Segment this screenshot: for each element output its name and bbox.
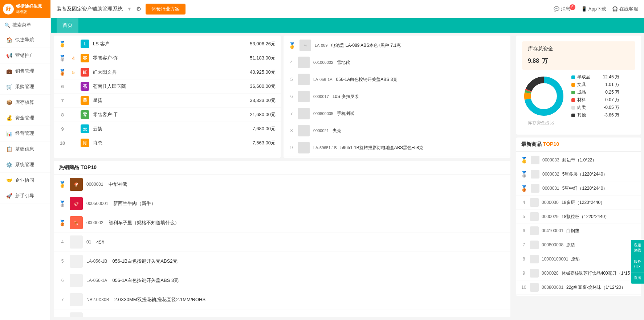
dropdown-arrow-icon[interactable]: ▼ <box>127 6 132 12</box>
rank-number: 10 <box>521 285 527 290</box>
product-img <box>298 125 310 136</box>
search-menu-btn[interactable]: 🔍 搜索菜单 <box>4 22 46 28</box>
sidebar-item-marketing[interactable]: 📢 营销推广 <box>0 48 50 63</box>
product-rank-item: 9 LA-59651-1B 59651-1B旋转投影灯电池盒ABS黑色+58克 <box>284 139 510 156</box>
new-product-item: 4 0000030 18多层（1220*2440） <box>516 196 641 210</box>
sidebar-item-quicknav-label: 快捷导航 <box>15 37 34 43</box>
rank-number: 10 <box>59 140 66 146</box>
medal-icon: 🥇 <box>289 42 296 49</box>
main-content: 🥇 L LS 客户 53,006.26元 🥈 4 零 零售客户-许 51,183… <box>51 33 513 320</box>
product-code: 000800008 <box>542 242 563 247</box>
product-rank-item: 7 000800005 手机测试 <box>284 105 510 122</box>
rank-number: 5 <box>70 70 77 75</box>
inventory-icon: 📦 <box>6 99 12 105</box>
settings-icon[interactable]: ⚙ <box>136 5 141 12</box>
product-code: 0000029 <box>542 214 559 219</box>
sidebar-item-cooperation[interactable]: 🤝 企业协同 <box>0 173 50 188</box>
rank-medal-icon: 🥈 <box>521 171 528 178</box>
sidebar-nav: 🏠 快捷导航 📢 营销推广 💼 销售管理 🛒 采购管理 📦 库存核算 💰 资金管… <box>0 32 50 320</box>
customer-avatar: 云 <box>81 124 89 133</box>
rank-medal-icon: 🥇 <box>521 157 528 164</box>
product-code: 0000028 <box>542 271 559 276</box>
sidebar-search[interactable]: 🔍 搜索菜单 <box>0 18 50 32</box>
customer-name: 零售客户-许 <box>93 55 246 61</box>
legend-dot-finished <box>571 91 575 94</box>
app-download-btn[interactable]: 📱 App下载 <box>581 6 606 12</box>
sidebar-item-quicknav[interactable]: 🏠 快捷导航 <box>0 32 50 48</box>
sidebar-item-guide[interactable]: 🚀 新手引导 <box>0 188 50 204</box>
medal-silver-icon: 🥈 <box>59 55 66 62</box>
rank-number: 5 <box>521 214 527 219</box>
message-label: 消息 <box>561 6 570 12</box>
float-buttons: 客服热线 服务社区 直播 <box>631 240 644 284</box>
new-product-item: 🥇 0000033 封边带（1.0*22） <box>516 153 641 167</box>
topbar-right: 💬 消息 6 📱 App下载 🎧 在线客服 <box>554 6 638 12</box>
inventory-chart-wrap: 半成品 12.45 万 文具 1.01 万 成品 0.25 万 <box>522 74 635 118</box>
legend-value-finished: 0.25 万 <box>598 89 619 95</box>
product-thumbnail: 🥩 <box>70 197 83 210</box>
product-img <box>530 283 539 292</box>
rank-number: 4 <box>521 200 527 205</box>
sidebar-item-sales[interactable]: 💼 销售管理 <box>0 63 50 79</box>
product-img <box>298 74 310 85</box>
product-img <box>530 255 539 263</box>
legend-material: 材料 0.07 万 <box>571 97 619 103</box>
mobile-icon: 📱 <box>581 6 587 12</box>
sidebar-logo: 好 畅捷通好生意 标准版 <box>0 0 50 18</box>
live-btn[interactable]: 直播 <box>631 272 644 284</box>
community-btn[interactable]: 服务社区 <box>631 256 644 272</box>
legend-value-material: 0.07 万 <box>598 97 619 103</box>
customer-amount: 33,333.00元 <box>250 97 276 104</box>
logo-icon: 好 <box>3 4 14 15</box>
customer-avatar: 苍 <box>81 82 89 91</box>
tab-home[interactable]: 首页 <box>57 18 78 33</box>
inventory-card: 库存总资金 9.88 万 <box>516 36 641 135</box>
product-name: 45# <box>96 239 104 245</box>
customer-amount: 36,600.00元 <box>250 83 276 90</box>
sidebar-item-system[interactable]: ⚙️ 系统管理 <box>0 157 50 173</box>
sidebar-item-sales-label: 销售管理 <box>15 68 34 74</box>
customer-service-btn[interactable]: 客服热线 <box>631 240 644 256</box>
customer-amount: 53,006.26元 <box>250 41 276 47</box>
product-img <box>530 212 539 221</box>
logo-badge: 标准版 <box>16 9 42 15</box>
sidebar-item-purchase[interactable]: 🛒 采购管理 <box>0 79 50 95</box>
sidebar-item-operations[interactable]: 📊 经营管理 <box>0 126 50 141</box>
customer-rank-panel: 🥇 L LS 客户 53,006.26元 🥈 4 零 零售客户-许 51,183… <box>54 36 281 158</box>
search-label: 搜索菜单 <box>12 22 31 28</box>
new-product-item: 6 004100001 白钢垫 <box>516 224 641 238</box>
product-code: 0000001 <box>86 182 103 187</box>
product-code: LA-056-1A <box>86 278 107 283</box>
product-name: 封边带（1.0*22） <box>562 157 637 163</box>
product-code: 0000011 <box>86 316 103 317</box>
online-service-btn[interactable]: 🎧 在线客服 <box>612 6 638 12</box>
product-rank-panel: 🥇 Ai LA-089 电池盖 LA-089 ABS本色+黑种 7.1克 4 0… <box>284 36 510 158</box>
sidebar-item-system-label: 系统管理 <box>15 161 34 168</box>
product-name: 体械嘉核味苏打饮品400毫升（1*15） <box>562 270 637 276</box>
customer-avatar: L <box>81 40 89 48</box>
product-item: 5 LA-056-1B 056-1B白色按键开关壳ABS2壳 <box>54 252 510 271</box>
hot-products-header: 热销商品 TOP10 <box>54 161 510 175</box>
product-img <box>298 142 310 153</box>
new-product-item: 8 10000100001 原垫 <box>516 252 641 266</box>
sales-icon: 💼 <box>6 68 12 74</box>
online-service-label: 在线客服 <box>619 6 638 12</box>
product-item: 🥈 🥩 000500001 新西兰牛肉（新牛） <box>54 194 510 213</box>
rank-number: 8 <box>521 257 527 262</box>
product-img <box>530 269 539 278</box>
sidebar: 好 畅捷通好生意 标准版 🔍 搜索菜单 🏠 快捷导航 📢 营销推广 💼 销售管理… <box>0 0 51 320</box>
sidebar-item-basics-label: 基础信息 <box>15 146 34 152</box>
product-thumbnail <box>70 255 83 268</box>
product-name: 18多层（1220*2440） <box>562 200 637 206</box>
trial-plan-button[interactable]: 体验行业方案 <box>146 4 186 15</box>
product-name: 原垫 <box>571 256 637 262</box>
message-btn[interactable]: 💬 消息 6 <box>554 6 575 12</box>
sidebar-item-finance[interactable]: 💰 资金管理 <box>0 110 50 126</box>
sidebar-item-inventory[interactable]: 📦 库存核算 <box>0 95 50 110</box>
rank-medal-icon: 🥉 <box>59 220 66 226</box>
customer-rank-list: 🥇 L LS 客户 53,006.26元 🥈 4 零 零售客户-许 51,183… <box>54 36 281 152</box>
sidebar-item-basics[interactable]: 📋 基础信息 <box>0 141 50 157</box>
product-thumbnail <box>70 293 83 306</box>
inventory-amount: 9.88 万 <box>528 54 629 65</box>
rank-item: 🥈 4 零 零售客户-许 51,183.00元 <box>54 51 281 65</box>
